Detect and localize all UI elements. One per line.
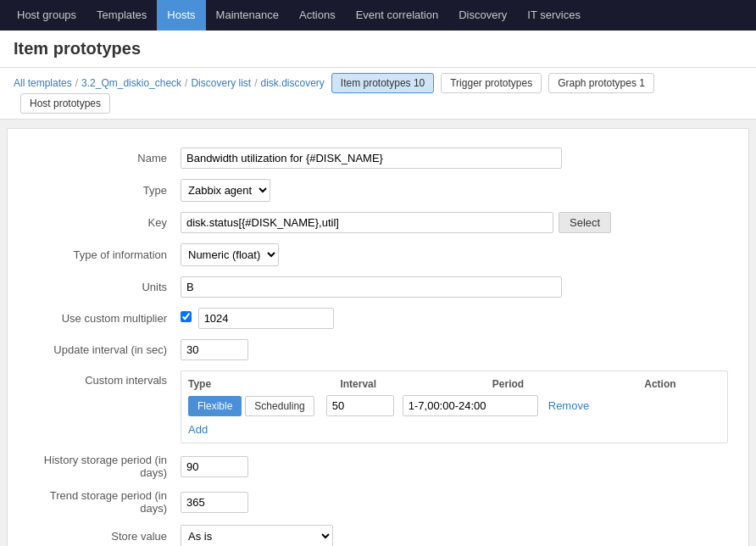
tab-item-prototypes[interactable]: Item prototypes 10 [331, 73, 434, 93]
custom-intervals-row: Custom intervals Type Interval Period Ac… [21, 365, 735, 448]
key-input[interactable] [181, 212, 553, 233]
interval-interval-header: Interval [340, 378, 492, 390]
interval-type-header: Type [188, 378, 340, 390]
update-interval-row: Update interval (in sec) [21, 334, 735, 365]
tab-graph-prototypes[interactable]: Graph prototypes 1 [548, 73, 654, 93]
breadcrumb-discovery-list[interactable]: Discovery list [191, 77, 251, 89]
remove-link[interactable]: Remove [548, 399, 589, 412]
type-row: Type Zabbix agent [21, 174, 735, 207]
key-label: Key [21, 207, 174, 238]
type-info-row: Type of information Numeric (float) [21, 238, 735, 271]
select-button[interactable]: Select [559, 212, 611, 233]
breadcrumb-all-templates[interactable]: All templates [14, 77, 72, 89]
breadcrumb-host[interactable]: 3.2_Qm_diskio_check [81, 77, 181, 89]
breadcrumb-bar: All templates / 3.2_Qm_diskio_check / Di… [0, 68, 756, 120]
store-value-label: Store value [21, 520, 174, 546]
flexible-button[interactable]: Flexible [188, 396, 242, 416]
tab-host-prototypes[interactable]: Host prototypes [20, 93, 110, 114]
interval-period-header: Period [492, 378, 644, 390]
trend-field-cell [174, 484, 735, 520]
custom-intervals-label: Custom intervals [21, 365, 174, 448]
custom-mult-row: Use custom multiplier [21, 303, 735, 334]
store-value-row: Store value As is [21, 520, 735, 546]
add-link-container: Add [188, 420, 720, 436]
nav-maintenance[interactable]: Maintenance [206, 0, 289, 31]
custom-mult-checkbox[interactable] [181, 311, 192, 322]
store-value-select[interactable]: As is [181, 525, 333, 546]
intervals-header: Type Interval Period Action [188, 378, 720, 390]
trend-input[interactable] [181, 492, 248, 513]
nav-hosts[interactable]: Hosts [157, 0, 205, 31]
type-info-select[interactable]: Numeric (float) [181, 243, 279, 266]
type-field-cell: Zabbix agent [174, 174, 735, 207]
name-input[interactable] [181, 148, 562, 169]
nav-host-groups[interactable]: Host groups [7, 0, 86, 31]
update-interval-field-cell [174, 334, 735, 365]
item-prototype-form: Name Type Zabbix agent Key Sele [21, 142, 735, 546]
type-select[interactable]: Zabbix agent [181, 179, 270, 202]
main-content: Name Type Zabbix agent Key Sele [7, 128, 749, 546]
units-label: Units [21, 271, 174, 303]
update-interval-input[interactable] [181, 339, 248, 360]
history-row: History storage period (in days) [21, 448, 735, 484]
breadcrumb-sep3: / [254, 77, 257, 89]
custom-mult-input[interactable] [198, 308, 334, 329]
units-input[interactable] [181, 276, 562, 298]
tab-trigger-prototypes[interactable]: Trigger prototypes [441, 73, 542, 93]
nav-discovery[interactable]: Discovery [448, 0, 517, 31]
page-title: Item prototypes [14, 39, 742, 58]
intervals-section: Type Interval Period Action Flexible Sch… [181, 370, 728, 443]
custom-mult-field-cell [174, 303, 735, 334]
breadcrumb-discovery[interactable]: disk.discovery [260, 77, 324, 89]
history-input[interactable] [181, 456, 248, 477]
add-link[interactable]: Add [188, 423, 208, 436]
store-value-field-cell: As is [174, 520, 735, 546]
interval-value-input[interactable] [326, 395, 394, 416]
history-field-cell [174, 448, 735, 484]
interval-action-header: Action [644, 378, 720, 390]
nav-event-correlation[interactable]: Event correlation [346, 0, 449, 31]
update-interval-label: Update interval (in sec) [21, 334, 174, 365]
units-row: Units [21, 271, 735, 303]
period-value-input[interactable] [403, 395, 538, 416]
nav-templates[interactable]: Templates [86, 0, 157, 31]
scheduling-button[interactable]: Scheduling [245, 396, 314, 416]
name-field-cell [174, 142, 735, 174]
name-row: Name [21, 142, 735, 174]
trend-label: Trend storage period (in days) [21, 484, 174, 520]
breadcrumb-sep2: / [185, 77, 187, 89]
breadcrumb-sep1: / [75, 77, 78, 89]
interval-row-1: Flexible Scheduling Remove [188, 395, 720, 416]
type-label: Type [21, 174, 174, 207]
custom-mult-label: Use custom multiplier [21, 303, 174, 334]
custom-intervals-field-cell: Type Interval Period Action Flexible Sch… [174, 365, 735, 448]
type-info-field-cell: Numeric (float) [174, 238, 735, 271]
key-row: Key Select [21, 207, 735, 238]
trend-row: Trend storage period (in days) [21, 484, 735, 520]
name-label: Name [21, 142, 174, 174]
units-field-cell [174, 271, 735, 303]
page-title-bar: Item prototypes [0, 31, 756, 68]
type-info-label: Type of information [21, 238, 174, 271]
nav-it-services[interactable]: IT services [517, 0, 591, 31]
history-label: History storage period (in days) [21, 448, 174, 484]
nav-actions[interactable]: Actions [289, 0, 346, 31]
top-navigation: Host groups Templates Hosts Maintenance … [0, 0, 756, 31]
key-field-cell: Select [174, 207, 735, 238]
